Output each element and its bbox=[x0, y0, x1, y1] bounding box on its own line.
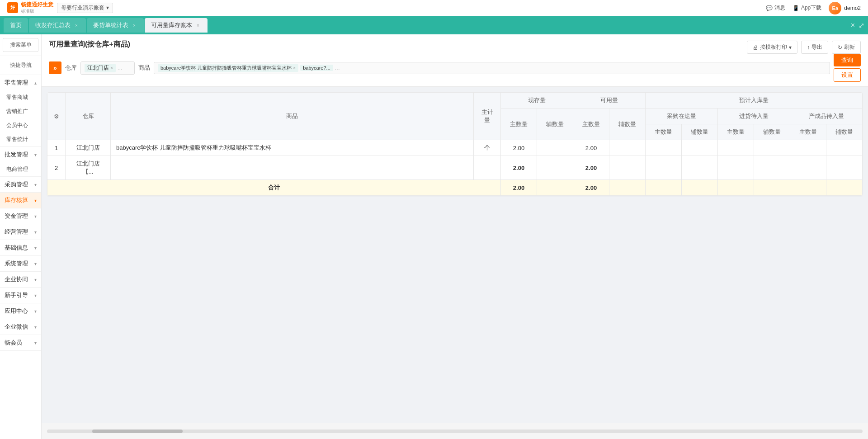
tab-home-label: 首页 bbox=[10, 21, 22, 29]
th-available-main: 主数量 bbox=[573, 109, 609, 140]
tab-receivable-close[interactable]: × bbox=[73, 22, 80, 28]
table-row: 2 江北门店【... 2.00 2.00 bbox=[47, 156, 863, 180]
sidebar-section-wechat-header[interactable]: 企业微信 ▾ bbox=[0, 319, 41, 335]
sidebar-section-appstore-header[interactable]: 应用中心 ▾ bbox=[0, 303, 41, 319]
industry-selector[interactable]: 母婴行业演示账套 ▾ bbox=[57, 3, 113, 13]
cell-purchase-aux-1 bbox=[682, 140, 718, 156]
cell-purchase-main-1 bbox=[646, 140, 682, 156]
cell-unit-2 bbox=[474, 156, 501, 180]
cell-product-aux-2 bbox=[826, 156, 863, 180]
tab-requisition-close[interactable]: × bbox=[131, 22, 137, 28]
warehouse-more-icon[interactable]: ... bbox=[118, 65, 123, 71]
sidebar-section-finance-header[interactable]: 资金管理 ▾ bbox=[0, 208, 41, 224]
tab-receivable-label: 收发存汇总表 bbox=[35, 21, 71, 29]
product-tag-1: babycare学饮杯 儿童防摔防撞吸管杯重力球吸嘴杯宝宝水杯 × bbox=[158, 64, 298, 72]
template-print-label: 按模板打印 bbox=[760, 43, 787, 51]
top-bar-left: 好 畅捷通好生意 标准版 母婴行业演示账套 ▾ bbox=[7, 1, 113, 14]
horizontal-scrollbar-thumb[interactable] bbox=[92, 430, 183, 433]
th-purchase-main: 主数量 bbox=[646, 124, 682, 140]
sidebar-section-wechat: 企业微信 ▾ bbox=[0, 319, 41, 335]
avatar: Ea bbox=[829, 2, 841, 14]
refresh-label: 刷新 bbox=[844, 43, 855, 51]
sidebar-search-button[interactable]: 搜索菜单 bbox=[3, 38, 38, 52]
sidebar-search-area: 搜索菜单 bbox=[0, 34, 41, 56]
warehouse-filter-input[interactable]: 江北门店 × ... bbox=[80, 61, 135, 75]
tab-expand-icon[interactable]: ⤢ bbox=[859, 21, 864, 30]
warehouse-tag-close[interactable]: × bbox=[110, 66, 113, 71]
footer-available-main: 2.00 bbox=[573, 180, 609, 196]
th-purchase-aux: 辅数量 bbox=[682, 124, 718, 140]
sidebar-section-wholesale-header[interactable]: 批发管理 ▾ bbox=[0, 147, 41, 162]
table-settings-icon[interactable]: ⚙ bbox=[54, 113, 59, 120]
th-checkbox[interactable]: ⚙ bbox=[47, 93, 66, 140]
sidebar-item-retail-shop[interactable]: 零售商城 bbox=[0, 90, 41, 104]
page-title: 可用量查询(按仓库+商品) bbox=[49, 40, 130, 49]
sidebar-section-member-header[interactable]: 畅会员 ▾ bbox=[0, 335, 41, 350]
th-product: 商品 bbox=[111, 93, 474, 140]
chevron-down-icon-finance: ▾ bbox=[34, 214, 37, 219]
logo-sub: 标准版 bbox=[21, 8, 53, 14]
user-menu[interactable]: Ea demo2 bbox=[829, 2, 861, 14]
sidebar-section-inventory-header[interactable]: 库存核算 ▾ bbox=[0, 193, 41, 208]
product-tag-1-close[interactable]: × bbox=[293, 66, 296, 71]
th-product-main-label: 主数量 bbox=[799, 128, 817, 135]
sidebar-quick-nav-item[interactable]: 快捷导航 bbox=[0, 58, 41, 73]
username-label: demo2 bbox=[844, 5, 861, 11]
sidebar-item-ecommerce[interactable]: 电商管理 bbox=[0, 162, 41, 176]
app-download-button[interactable]: 📱 App下载 bbox=[793, 4, 821, 12]
chevron-down-icon-template: ▾ bbox=[789, 44, 792, 51]
sidebar-section-appstore-label: 应用中心 bbox=[5, 307, 28, 315]
footer-available-aux bbox=[609, 180, 646, 196]
sidebar-item-marketing[interactable]: 营销推广 bbox=[0, 104, 41, 118]
chevron-down-icon-member: ▾ bbox=[34, 340, 37, 345]
sidebar-section-newbie-header[interactable]: 新手引导 ▾ bbox=[0, 288, 41, 303]
footer-purchase-main bbox=[646, 180, 682, 196]
export-button[interactable]: ↑ 导出 bbox=[801, 41, 828, 54]
sidebar-section-basic-header[interactable]: 基础信息 ▾ bbox=[0, 240, 41, 255]
tab-bar-right: × ⤢ bbox=[851, 21, 864, 30]
tab-close-all-icon[interactable]: × bbox=[851, 21, 855, 29]
sidebar-item-member-center[interactable]: 会员中心 bbox=[0, 118, 41, 132]
template-print-icon: 🖨 bbox=[753, 44, 758, 51]
tab-available[interactable]: 可用量库存账本 × bbox=[145, 18, 208, 33]
sidebar-section-system-header[interactable]: 系统管理 ▾ bbox=[0, 256, 41, 271]
sidebar-item-retail-stats[interactable]: 零售统计 bbox=[0, 132, 41, 146]
th-stock-main: 主数量 bbox=[501, 109, 537, 140]
product-filter-input[interactable]: babycare学饮杯 儿童防摔防撞吸管杯重力球吸嘴杯宝宝水杯 × babyca… bbox=[154, 62, 830, 74]
product-more-icon[interactable]: ... bbox=[335, 65, 340, 71]
refresh-button[interactable]: ↻ 刷新 bbox=[832, 41, 861, 54]
cell-inbound-aux-1 bbox=[754, 140, 790, 156]
sidebar-section-enterprise-header[interactable]: 企业协同 ▾ bbox=[0, 272, 41, 287]
th-main-unit-label: 主计量 bbox=[481, 109, 493, 123]
th-purchase-transit-group: 采购在途量 bbox=[646, 109, 718, 124]
sidebar-section-retail-header[interactable]: 零售管理 ▴ bbox=[0, 75, 41, 90]
product-tag-1-text: babycare学饮杯 儿童防摔防撞吸管杯重力球吸嘴杯宝宝水杯 bbox=[160, 65, 292, 71]
tab-receivable[interactable]: 收发存汇总表 × bbox=[29, 18, 86, 33]
logo-text-area: 畅捷通好生意 标准版 bbox=[21, 1, 53, 14]
cell-purchase-aux-2 bbox=[682, 156, 718, 180]
tab-requisition-label: 要货单统计表 bbox=[93, 21, 128, 29]
warehouse-filter-label: 仓库 bbox=[65, 64, 77, 72]
sidebar-section-basic-label: 基础信息 bbox=[5, 244, 28, 252]
tab-requisition[interactable]: 要货单统计表 × bbox=[87, 18, 144, 33]
template-print-button[interactable]: 🖨 按模板打印 ▾ bbox=[747, 41, 797, 54]
sidebar-section-system: 系统管理 ▾ bbox=[0, 256, 41, 272]
settings-button[interactable]: 设置 bbox=[834, 68, 861, 82]
horizontal-scrollbar-track[interactable] bbox=[47, 430, 863, 433]
query-button[interactable]: 查询 bbox=[834, 54, 861, 66]
tab-available-close[interactable]: × bbox=[195, 22, 201, 28]
sidebar-section-operation-header[interactable]: 经营管理 ▾ bbox=[0, 224, 41, 240]
th-inbound-aux-label: 辅数量 bbox=[763, 128, 781, 135]
cell-inbound-main-1 bbox=[718, 140, 754, 156]
sidebar-section-purchase-header[interactable]: 采购管理 ▾ bbox=[0, 177, 41, 192]
sidebar-section-inventory-label: 库存核算 bbox=[5, 196, 28, 204]
sidebar-section-purchase: 采购管理 ▾ bbox=[0, 177, 41, 193]
message-button[interactable]: 💬 消息 bbox=[766, 4, 785, 12]
th-available-aux: 辅数量 bbox=[609, 109, 646, 140]
th-stock-label: 现存量 bbox=[528, 97, 546, 104]
th-inbound-main: 主数量 bbox=[718, 124, 754, 140]
th-product-aux-label: 辅数量 bbox=[835, 128, 853, 135]
sidebar-section-system-label: 系统管理 bbox=[5, 260, 28, 268]
filter-toggle-button[interactable]: » bbox=[49, 61, 61, 74]
tab-home[interactable]: 首页 bbox=[4, 18, 28, 33]
